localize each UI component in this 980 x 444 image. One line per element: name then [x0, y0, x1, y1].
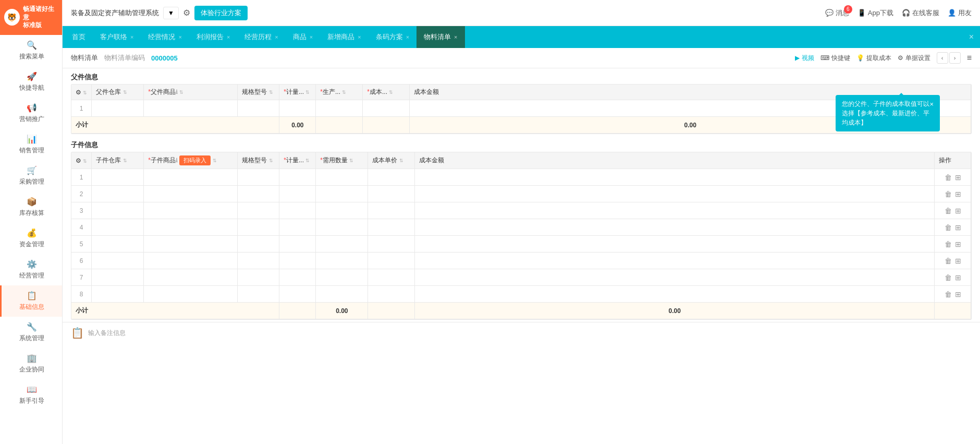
parent-product-cell[interactable] — [144, 100, 238, 117]
parent-spec-cell[interactable] — [238, 100, 279, 117]
tab-barcode[interactable]: 条码方案× — [369, 26, 416, 48]
child-row-1-qty[interactable] — [316, 169, 368, 186]
child-row-1-unit[interactable] — [279, 169, 316, 186]
tab-operations-situation-close[interactable]: × — [178, 34, 181, 40]
th-parent-warehouse[interactable]: 父件仓库 ⇅ — [92, 85, 144, 100]
tab-barcode-close[interactable]: × — [406, 34, 409, 40]
tab-goods[interactable]: 商品× — [286, 26, 320, 48]
tab-customer-close[interactable]: × — [130, 34, 133, 40]
th-child-cost-amount[interactable]: 成本金额 — [415, 152, 935, 169]
user-item[interactable]: 👤 用友 — [948, 8, 972, 18]
sidebar-item-finance[interactable]: 💰 资金管理 — [0, 223, 62, 254]
copy-icon-3[interactable]: ⊞ — [955, 207, 961, 215]
sidebar-item-marketing[interactable]: 📢 营销推广 — [0, 98, 62, 129]
th-parent-setting[interactable]: ⚙ ⇅ — [71, 85, 92, 100]
parent-cost-cell[interactable] — [363, 100, 410, 117]
th-parent-prod[interactable]: *生产... ⇅ — [316, 85, 363, 100]
tab-home[interactable]: 首页 — [65, 26, 93, 48]
child-row-1-cost-amount[interactable] — [415, 169, 935, 186]
gear-icon[interactable]: ⚙ — [183, 8, 190, 18]
child-subtotal-row: 小计 0.00 0.00 — [71, 303, 971, 319]
sidebar-item-system[interactable]: 🔧 系统管理 — [0, 317, 62, 348]
th-parent-product[interactable]: *父件商品ℹ ⇅ — [144, 85, 238, 100]
th-child-unit-price[interactable]: 成本单价 ⇅ — [368, 152, 415, 169]
parent-prod-cell[interactable] — [316, 100, 363, 117]
message-item[interactable]: 💬 消息 6 — [825, 8, 849, 18]
tab-bom[interactable]: 物料清单× — [416, 26, 464, 48]
sidebar-item-purchase[interactable]: 🛒 采购管理 — [0, 160, 62, 191]
sidebar-item-enterprise[interactable]: 🏢 企业协同 — [0, 348, 62, 379]
tab-history-close[interactable]: × — [275, 34, 278, 40]
delete-icon-6[interactable]: 🗑 — [945, 257, 952, 265]
tab-goods-close[interactable]: × — [310, 34, 313, 40]
copy-icon-8[interactable]: ⊞ — [955, 290, 961, 298]
child-subtotal-cost-amount: 0.00 — [415, 303, 935, 319]
online-service-item[interactable]: 🎧 在线客服 — [902, 8, 939, 18]
app-download-item[interactable]: 📱 App下载 — [858, 8, 893, 18]
tab-customer[interactable]: 客户联络× — [93, 26, 141, 48]
sidebar-item-inventory[interactable]: 📦 库存核算 — [0, 191, 62, 223]
copy-icon-2[interactable]: ⊞ — [955, 190, 961, 198]
child-row-1-unit-price[interactable] — [368, 169, 415, 186]
basic-info-icon: 📋 — [27, 291, 37, 301]
copy-icon-5[interactable]: ⊞ — [955, 240, 961, 248]
single-settings-action[interactable]: ⚙ 单据设置 — [898, 54, 930, 63]
parent-section: 父件信息 × 您的父件、子件的成本取值可以选择【参考成本、最新进价、平均成本】 … — [63, 68, 980, 134]
sidebar-item-operations[interactable]: ⚙️ 经营管理 — [0, 254, 62, 285]
delete-icon-7[interactable]: 🗑 — [945, 273, 952, 282]
delete-icon-3[interactable]: 🗑 — [945, 207, 952, 215]
tab-bom-close[interactable]: × — [454, 34, 457, 40]
shortcut-action[interactable]: ⌨ 快捷键 — [820, 54, 850, 63]
th-parent-cost[interactable]: *成本... ⇅ — [363, 85, 410, 100]
child-row-5-actions: 🗑⊞ — [939, 240, 966, 248]
finance-icon: 💰 — [27, 228, 37, 238]
copy-icon-4[interactable]: ⊞ — [955, 223, 961, 232]
delete-icon-8[interactable]: 🗑 — [945, 290, 952, 298]
th-parent-unit[interactable]: *计量... ⇅ — [279, 85, 316, 100]
th-child-spec[interactable]: 规格型号 ⇅ — [238, 152, 279, 169]
delete-icon-1[interactable]: 🗑 — [945, 173, 952, 182]
video-icon: ▶ — [795, 54, 800, 62]
grid-view-icon[interactable]: ≡ — [967, 53, 972, 63]
tab-profit-close[interactable]: × — [227, 34, 230, 40]
video-action[interactable]: ▶ 视频 — [795, 54, 814, 63]
delete-icon-4[interactable]: 🗑 — [945, 223, 952, 232]
copy-icon-6[interactable]: ⊞ — [955, 257, 961, 265]
notes-placeholder[interactable]: 输入备注信息 — [88, 329, 126, 338]
parent-unit-cell[interactable] — [279, 100, 316, 117]
close-all-tabs[interactable]: × — [965, 32, 978, 42]
trial-button[interactable]: 体验行业方案 — [194, 6, 248, 20]
extract-cost-action[interactable]: 💡 提取成本 — [856, 54, 891, 63]
system-dropdown[interactable]: ▼ — [163, 7, 179, 19]
th-child-setting[interactable]: ⚙ ⇅ — [71, 152, 92, 169]
sidebar-item-guide[interactable]: 📖 新手引导 — [0, 379, 62, 411]
tab-new-goods[interactable]: 新增商品× — [320, 26, 368, 48]
parent-warehouse-cell[interactable] — [92, 100, 144, 117]
prev-arrow[interactable]: ‹ — [937, 52, 948, 64]
tab-profit[interactable]: 利润报告× — [189, 26, 237, 48]
delete-icon-2[interactable]: 🗑 — [945, 190, 952, 198]
child-row-1-spec[interactable] — [238, 169, 279, 186]
tab-operations-situation[interactable]: 经营情况× — [141, 26, 189, 48]
tab-new-goods-close[interactable]: × — [358, 34, 361, 40]
th-child-warehouse[interactable]: 子件仓库 ⇅ — [92, 152, 144, 169]
sidebar-item-sales[interactable]: 📊 销售管理 — [0, 129, 62, 160]
delete-icon-5[interactable]: 🗑 — [945, 240, 952, 248]
child-row-1-product[interactable] — [144, 169, 238, 186]
th-child-unit[interactable]: *计量... ⇅ — [279, 152, 316, 169]
sidebar-item-search[interactable]: 🔍 搜索菜单 — [0, 35, 62, 66]
copy-icon-1[interactable]: ⊞ — [955, 173, 961, 182]
th-parent-spec[interactable]: 规格型号 ⇅ — [238, 85, 279, 100]
topbar-right: 💬 消息 6 📱 App下载 🎧 在线客服 👤 用友 — [825, 8, 972, 18]
scan-button[interactable]: 扫码录入 — [179, 155, 211, 165]
sidebar-item-basic-info[interactable]: 📋 基础信息 — [0, 285, 62, 317]
th-child-product[interactable]: *子件商品ℹ 扫码录入 ⇅ — [144, 152, 238, 169]
th-child-qty[interactable]: *需用数量 ⇅ — [316, 152, 368, 169]
sidebar-item-quick-nav[interactable]: 🚀 快捷导航 — [0, 66, 62, 98]
tab-history[interactable]: 经营历程× — [237, 26, 285, 48]
child-row-1-warehouse[interactable] — [92, 169, 144, 186]
sidebar-logo: 🐯 畅通诸好生意 标准版 — [0, 0, 62, 35]
copy-icon-7[interactable]: ⊞ — [955, 273, 961, 282]
next-arrow[interactable]: › — [949, 52, 961, 64]
tooltip-close[interactable]: × — [929, 99, 934, 110]
